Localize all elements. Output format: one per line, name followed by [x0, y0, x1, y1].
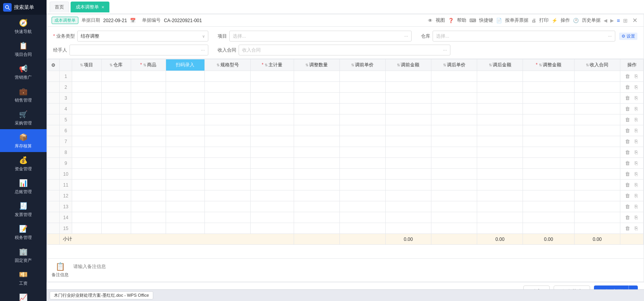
row-goods[interactable]	[131, 125, 166, 136]
handler-input[interactable]: ···	[69, 45, 208, 55]
row-after-amount[interactable]	[477, 104, 523, 114]
row-unit[interactable]	[251, 169, 294, 180]
sidebar-item-payroll[interactable]: 💴 工资	[0, 266, 47, 289]
row-warehouse[interactable]	[101, 125, 131, 136]
row-delete-icon[interactable]: 🗑	[624, 203, 631, 210]
row-spec[interactable]	[205, 201, 251, 212]
row-project[interactable]	[72, 223, 102, 234]
panel-close-button[interactable]: ✕	[631, 17, 639, 24]
row-scan[interactable]	[166, 158, 205, 169]
row-adj-qty[interactable]	[294, 82, 339, 93]
row-before-amount[interactable]	[385, 82, 431, 93]
row-before-amount[interactable]	[385, 93, 431, 104]
row-before-amount[interactable]	[385, 125, 431, 136]
col-spec[interactable]: ⇅规格型号	[205, 59, 251, 71]
ops-btn[interactable]: 操作	[561, 17, 570, 24]
row-scan[interactable]	[166, 104, 205, 114]
row-unit[interactable]	[251, 180, 294, 190]
row-goods[interactable]	[131, 212, 166, 223]
row-unit[interactable]	[251, 104, 294, 114]
row-after-price[interactable]	[431, 93, 477, 104]
row-income-contract[interactable]	[574, 147, 620, 158]
row-adj-amount[interactable]	[523, 190, 574, 201]
row-after-amount[interactable]	[477, 190, 523, 201]
grid-view-icon[interactable]: ⊞	[623, 17, 628, 24]
row-adj-qty[interactable]	[294, 190, 339, 201]
project-dots[interactable]: ···	[404, 33, 408, 39]
help-btn[interactable]: 帮助	[457, 17, 466, 24]
row-adj-qty[interactable]	[294, 158, 339, 169]
row-before-amount[interactable]	[385, 201, 431, 212]
row-before-amount[interactable]	[385, 212, 431, 223]
row-unit[interactable]	[251, 82, 294, 93]
row-before-price[interactable]	[339, 212, 385, 223]
row-delete-icon[interactable]: 🗑	[624, 73, 631, 80]
row-adj-qty[interactable]	[294, 201, 339, 212]
row-before-price[interactable]	[339, 158, 385, 169]
row-adj-qty[interactable]	[294, 180, 339, 190]
row-income-contract[interactable]	[574, 201, 620, 212]
row-adj-qty[interactable]	[294, 136, 339, 147]
row-project[interactable]	[72, 71, 102, 82]
row-project[interactable]	[72, 104, 102, 114]
row-unit[interactable]	[251, 158, 294, 169]
row-copy-icon[interactable]: ⎘	[633, 138, 640, 145]
row-before-price[interactable]	[339, 125, 385, 136]
row-project[interactable]	[72, 147, 102, 158]
row-after-amount[interactable]	[477, 71, 523, 82]
row-goods[interactable]	[131, 93, 166, 104]
row-after-price[interactable]	[431, 125, 477, 136]
settings-inline-btn[interactable]: ⚙ 设置	[619, 33, 637, 40]
sidebar-item-operations[interactable]: 📈 经营管理	[0, 289, 47, 301]
row-scan[interactable]	[166, 180, 205, 190]
row-before-amount[interactable]	[385, 104, 431, 114]
row-before-amount[interactable]	[385, 180, 431, 190]
row-copy-icon[interactable]: ⎘	[633, 214, 640, 221]
row-after-amount[interactable]	[477, 93, 523, 104]
col-goods[interactable]: ⇅商品	[131, 59, 166, 71]
row-delete-icon[interactable]: 🗑	[624, 192, 631, 199]
row-before-price[interactable]	[339, 93, 385, 104]
row-after-amount[interactable]	[477, 201, 523, 212]
row-adj-qty[interactable]	[294, 212, 339, 223]
doc-nav-btn[interactable]: 按单弄票据	[505, 17, 528, 24]
row-scan[interactable]	[166, 71, 205, 82]
row-project[interactable]	[72, 125, 102, 136]
col-unit[interactable]: ⇅主计量	[251, 59, 294, 71]
row-goods[interactable]	[131, 169, 166, 180]
tab-home[interactable]: 首页	[50, 2, 69, 12]
taskbar-item[interactable]: 木门行业好业财处理方案-墨红红.doc - WPS Office	[50, 291, 153, 299]
row-adj-amount[interactable]	[523, 82, 574, 93]
row-before-price[interactable]	[339, 169, 385, 180]
row-income-contract[interactable]	[574, 104, 620, 114]
row-spec[interactable]	[205, 93, 251, 104]
row-spec[interactable]	[205, 125, 251, 136]
row-warehouse[interactable]	[101, 71, 131, 82]
col-before-amount[interactable]: ⇅调前金额	[385, 59, 431, 71]
row-before-price[interactable]	[339, 180, 385, 190]
row-unit[interactable]	[251, 136, 294, 147]
row-project[interactable]	[72, 136, 102, 147]
row-goods[interactable]	[131, 71, 166, 82]
row-before-price[interactable]	[339, 114, 385, 125]
row-spec[interactable]	[205, 104, 251, 114]
row-unit[interactable]	[251, 201, 294, 212]
row-adj-amount[interactable]	[523, 158, 574, 169]
sidebar-item-inventory[interactable]: 📦 库存核算	[0, 129, 47, 152]
row-copy-icon[interactable]: ⎘	[633, 225, 640, 232]
row-income-contract[interactable]	[574, 212, 620, 223]
row-after-price[interactable]	[431, 190, 477, 201]
col-income-contract[interactable]: ⇅收入合同	[574, 59, 620, 71]
row-goods[interactable]	[131, 147, 166, 158]
row-before-amount[interactable]	[385, 169, 431, 180]
row-adj-amount[interactable]	[523, 223, 574, 234]
row-before-price[interactable]	[339, 190, 385, 201]
view-btn[interactable]: 视图	[436, 17, 445, 24]
row-goods[interactable]	[131, 114, 166, 125]
row-adj-amount[interactable]	[523, 71, 574, 82]
col-adj-qty[interactable]: ⇅调整数量	[294, 59, 339, 71]
nav-prev-icon[interactable]: ◀	[604, 18, 607, 23]
row-delete-icon[interactable]: 🗑	[624, 106, 631, 112]
row-goods[interactable]	[131, 201, 166, 212]
row-before-price[interactable]	[339, 104, 385, 114]
